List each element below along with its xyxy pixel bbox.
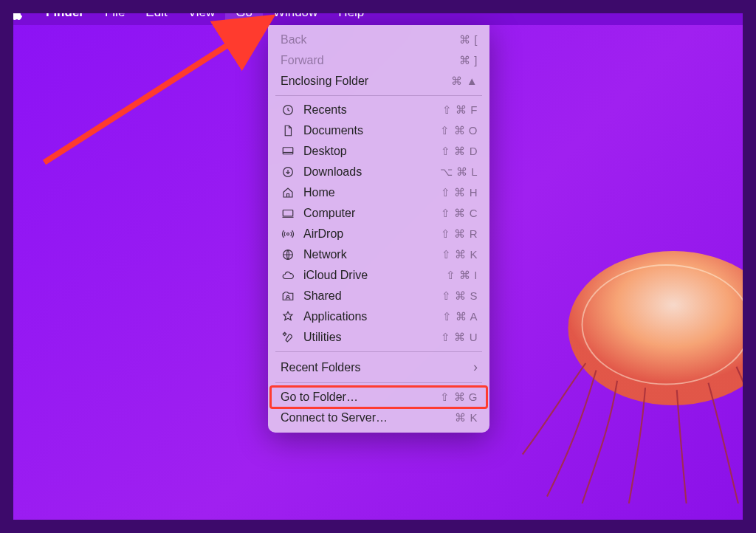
- outer-frame: [0, 0, 756, 533]
